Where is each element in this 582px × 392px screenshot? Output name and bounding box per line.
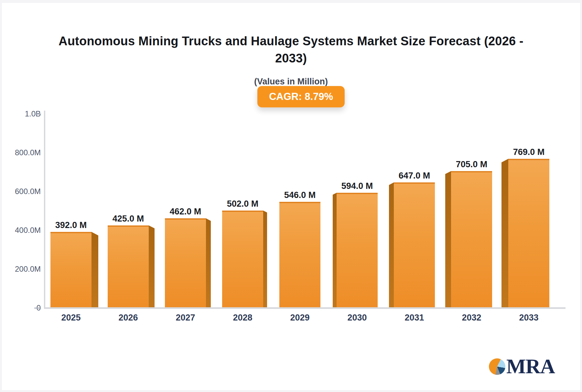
x-axis-category-label: 2025 [45,313,97,323]
bar-value-label: 769.0 M [493,147,565,158]
cagr-badge: CAGR: 8.79% [257,86,345,107]
chart-subtitle: (Values in Million) [2,77,580,87]
bar-3d-side [92,232,98,308]
pie-chart-logo-icon [489,358,505,375]
bar-3d-side [333,193,337,308]
y-axis-tick-label: 800.0M [5,149,41,157]
bar-2030[interactable] [337,193,378,308]
chart-title-line2: 2033) [2,50,580,67]
y-axis-tick-label: 400.0M [5,226,41,234]
bar-value-label: 594.0 M [322,180,393,191]
bar-3d-side [149,225,155,308]
chart-card: Autonomous Mining Trucks and Haulage Sys… [2,3,580,390]
bar-3d-side [445,171,451,308]
bar-3d-side [501,159,508,308]
bar-2033[interactable] [508,159,549,308]
y-axis-tick-mark [34,308,41,309]
bar-2027[interactable] [165,218,206,308]
bar-value-label: 705.0 M [436,159,507,170]
x-axis-category-label: 2030 [331,313,383,323]
bar-2031[interactable] [394,182,435,308]
y-axis-tick-label: 600.0M [5,188,41,195]
x-axis-category-label: 2032 [446,313,498,323]
x-axis-category-label: 2026 [102,313,154,323]
x-axis-line [44,307,566,309]
x-axis-category-label: 2028 [217,313,269,323]
bar-2028[interactable] [222,211,263,308]
chart-title-line1: Autonomous Mining Trucks and Haulage Sys… [2,33,580,50]
bar-3d-side [389,182,394,308]
bar-2025[interactable] [50,232,92,308]
bar-3d-side [263,211,267,308]
x-axis-category-label: 2027 [160,313,211,323]
brand-logo-text: MRA [506,357,555,376]
x-axis-category-label: 2031 [389,313,440,323]
y-axis-line [44,111,45,309]
chart-title: Autonomous Mining Trucks and Haulage Sys… [2,33,580,67]
bar-2026[interactable] [108,225,149,308]
brand-logo: MRA [489,357,555,376]
x-axis-category-label: 2029 [274,313,326,323]
bar-2029[interactable] [279,202,320,308]
bar-3d-side [206,218,211,308]
bar-value-label: 647.0 M [379,170,450,181]
y-axis-tick-mark [34,114,41,114]
y-axis-tick-label: 200.0M [5,265,41,273]
bar-2032[interactable] [451,171,492,308]
x-axis-category-label: 2033 [503,313,555,323]
